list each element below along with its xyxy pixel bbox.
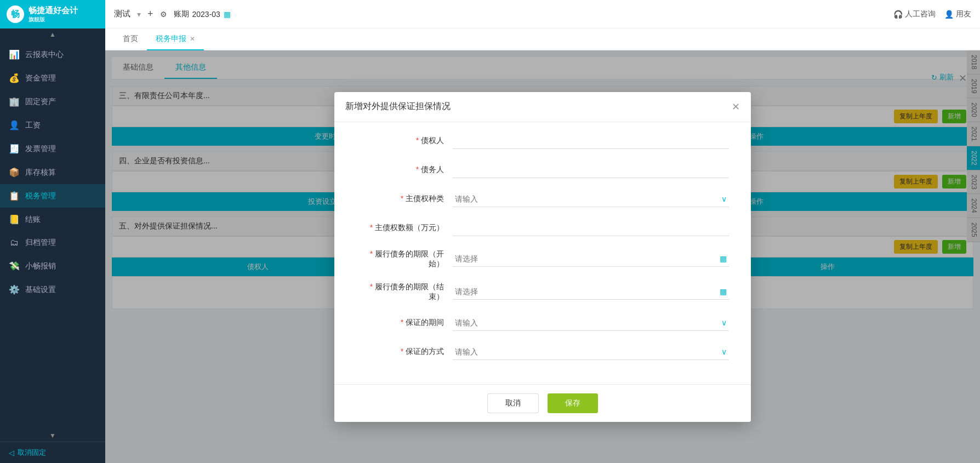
user-button[interactable]: 👤 用友 <box>944 9 971 19</box>
tab-home[interactable]: 首页 <box>114 28 147 50</box>
sidebar-item-accounting[interactable]: 📒 结账 <box>0 208 105 231</box>
select-guarantee-method[interactable]: ∨ <box>453 344 729 360</box>
app-name: 畅捷通好会计 <box>29 5 78 16</box>
sidebar-item-label: 资金管理 <box>25 73 56 83</box>
finance-icon: 💰 <box>9 73 20 83</box>
period-value: 2023-03 <box>192 10 220 19</box>
sidebar-item-label: 云报表中心 <box>25 50 64 60</box>
expense-icon: 💸 <box>9 261 20 271</box>
label-date-start: * 履行债务的期限（开始） <box>356 249 444 269</box>
sidebar-item-label: 归档管理 <box>25 238 56 248</box>
modal-footer: 取消 保存 <box>334 384 751 422</box>
company-chevron-icon[interactable]: ▾ <box>137 10 141 19</box>
settings-icon: ⚙️ <box>9 284 20 295</box>
content-area: 基础信息 其他信息 三、有限责任公司本年度... 复制上年度 新增 变更时间 操… <box>105 50 980 463</box>
inventory-icon: 📦 <box>9 167 20 178</box>
invoices-icon: 🧾 <box>9 144 20 154</box>
modal-body: * 债权人 * 债务人 <box>334 122 751 384</box>
select-debt-type[interactable]: ∨ <box>453 191 729 207</box>
label-date-end: * 履行债务的期限（结束） <box>356 282 444 302</box>
field-creditor: * 债权人 <box>356 133 729 149</box>
logo-icon: 畅 <box>7 5 24 23</box>
period-calendar-icon[interactable]: ▦ <box>224 10 231 19</box>
period-label: 账期 <box>174 9 189 19</box>
cloud-reports-icon: 📊 <box>9 49 20 60</box>
modal-close-button[interactable]: ✕ <box>732 101 740 113</box>
tax-icon: 📋 <box>9 191 20 201</box>
chevron-down-icon: ∨ <box>721 195 727 203</box>
sidebar-item-label: 结账 <box>25 215 41 225</box>
cancel-button[interactable]: 取消 <box>487 393 539 413</box>
select-guarantee-method-input[interactable] <box>455 347 721 356</box>
settings-gear-icon[interactable]: ⚙ <box>160 10 167 19</box>
accounting-icon: 📒 <box>9 214 20 225</box>
label-debt-type: * 主债权种类 <box>356 194 444 204</box>
modal-dialog: 新增对外提供保证担保情况 ✕ * 债权人 <box>334 92 751 422</box>
sidebar-item-label: 基础设置 <box>25 285 56 295</box>
company-name: 测试 <box>114 9 130 19</box>
save-button[interactable]: 保存 <box>548 393 598 413</box>
user-label: 用友 <box>956 9 971 19</box>
add-button[interactable]: + <box>147 8 153 20</box>
date-picker-start[interactable]: ▦ <box>453 251 729 267</box>
tab-close-icon[interactable]: ✕ <box>190 35 195 43</box>
input-debt-amount[interactable] <box>453 220 729 236</box>
sidebar-item-label: 工资 <box>25 121 41 130</box>
app-edition: 旗舰版 <box>29 16 78 24</box>
field-debt-amount: * 主债权数额（万元） <box>356 220 729 236</box>
select-debt-type-input[interactable] <box>455 195 721 203</box>
input-creditor[interactable] <box>453 133 729 149</box>
sidebar-scroll-up[interactable]: ▲ <box>0 28 105 41</box>
label-guarantee-period: * 保证的期间 <box>356 318 444 328</box>
field-debt-type: * 主债权种类 ∨ <box>356 191 729 207</box>
date-picker-end[interactable]: ▦ <box>453 284 729 300</box>
date-end-input[interactable] <box>455 287 720 296</box>
chevron-down-icon-2: ∨ <box>721 318 727 327</box>
field-guarantee-method: * 保证的方式 ∨ <box>356 344 729 360</box>
sidebar-item-finance[interactable]: 💰 资金管理 <box>0 66 105 90</box>
sidebar-item-label: 库存核算 <box>25 168 56 178</box>
input-debtor[interactable] <box>453 162 729 178</box>
sidebar: 畅 畅捷通好会计 旗舰版 ▲ 📊 云报表中心 💰 资金管理 🏢 固定资产 👤 工… <box>0 0 105 463</box>
sidebar-scroll-down[interactable]: ▼ <box>0 430 105 442</box>
sidebar-item-tax[interactable]: 📋 税务管理 <box>0 184 105 208</box>
header-right: 🎧 人工咨询 👤 用友 <box>893 9 971 19</box>
tab-home-label: 首页 <box>123 34 138 44</box>
support-button[interactable]: 🎧 人工咨询 <box>893 9 936 19</box>
field-date-end: * 履行债务的期限（结束） ▦ <box>356 282 729 302</box>
tab-bar: 首页 税务申报 ✕ <box>105 28 980 50</box>
sidebar-item-cloud-reports[interactable]: 📊 云报表中心 <box>0 43 105 66</box>
field-guarantee-period: * 保证的期间 ∨ <box>356 315 729 331</box>
modal-title: 新增对外提供保证担保情况 <box>345 101 451 112</box>
sidebar-item-label: 税务管理 <box>25 191 56 201</box>
payroll-icon: 👤 <box>9 120 20 130</box>
sidebar-item-settings[interactable]: ⚙️ 基础设置 <box>0 278 105 301</box>
sidebar-item-payroll[interactable]: 👤 工资 <box>0 113 105 137</box>
sidebar-footer-unpin[interactable]: ◁ 取消固定 <box>0 442 105 463</box>
top-header: 测试 ▾ + ⚙ 账期 2023-03 ▦ 🎧 人工咨询 👤 用友 <box>105 0 980 28</box>
label-debt-amount: * 主债权数额（万元） <box>356 223 444 233</box>
sidebar-item-label: 固定资产 <box>25 97 56 107</box>
sidebar-item-expense[interactable]: 💸 小畅报销 <box>0 254 105 278</box>
modal-header: 新增对外提供保证担保情况 ✕ <box>334 92 751 122</box>
field-debtor: * 债务人 <box>356 162 729 178</box>
main-area: 测试 ▾ + ⚙ 账期 2023-03 ▦ 🎧 人工咨询 👤 用友 首页 税务申… <box>105 0 980 463</box>
archive-icon: 🗂 <box>9 238 20 248</box>
sidebar-nav: 📊 云报表中心 💰 资金管理 🏢 固定资产 👤 工资 🧾 发票管理 📦 库存核算… <box>0 41 105 430</box>
period-selector: 账期 2023-03 ▦ <box>174 9 231 19</box>
date-start-input[interactable] <box>455 254 720 263</box>
sidebar-item-archive[interactable]: 🗂 归档管理 <box>0 231 105 254</box>
sidebar-item-inventory[interactable]: 📦 库存核算 <box>0 161 105 184</box>
select-guarantee-period-input[interactable] <box>455 318 721 327</box>
sidebar-item-fixed-assets[interactable]: 🏢 固定资产 <box>0 90 105 113</box>
label-debtor: * 债务人 <box>356 165 444 175</box>
tab-tax-filing[interactable]: 税务申报 ✕ <box>147 28 204 50</box>
chevron-down-icon-3: ∨ <box>721 347 727 356</box>
user-icon: 👤 <box>944 10 954 19</box>
calendar-start-icon: ▦ <box>720 254 727 263</box>
fixed-assets-icon: 🏢 <box>9 96 20 107</box>
sidebar-item-invoices[interactable]: 🧾 发票管理 <box>0 137 105 161</box>
select-guarantee-period[interactable]: ∨ <box>453 315 729 331</box>
headset-icon: 🎧 <box>893 10 903 19</box>
field-date-start: * 履行债务的期限（开始） ▦ <box>356 249 729 269</box>
